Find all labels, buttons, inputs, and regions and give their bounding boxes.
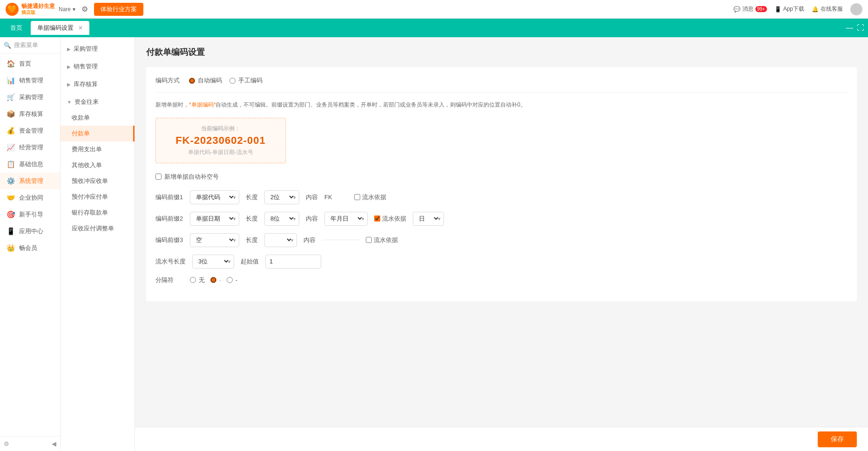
download-icon: 📱 — [774, 6, 781, 13]
prefix2-length-select-wrapper[interactable]: 8位 6位 7位 — [264, 212, 299, 226]
sidebar-item-finance[interactable]: 💰 资金管理 — [0, 122, 60, 139]
sidebar-item-operations[interactable]: 📈 经营管理 — [0, 139, 60, 156]
sidebar-search-label: 搜索菜单 — [14, 41, 38, 49]
prefix1-label: 编码前缀1 — [155, 193, 183, 202]
prefix1-select[interactable]: 单据代码 部门 业务员 空 — [194, 193, 235, 201]
prefix1-length-select[interactable]: 2位 3位 4位 — [269, 193, 295, 201]
prefix1-length-select-wrapper[interactable]: 2位 3位 4位 — [264, 190, 299, 204]
day-select[interactable]: 日 月 年 — [417, 215, 440, 222]
newbie-icon: 🎯 — [7, 210, 15, 219]
sidebar-item-apps-label: 应用中心 — [19, 227, 43, 236]
prefix1-length-label: 长度 — [246, 193, 258, 202]
sub-item-advance-payable[interactable]: 预付冲应付单 — [61, 189, 135, 205]
prefix2-length-select[interactable]: 8位 6位 7位 — [269, 215, 295, 222]
manual-encode-radio[interactable] — [229, 78, 236, 84]
sidebar-item-newbie[interactable]: 🎯 新手引导 — [0, 206, 60, 223]
topbar-left: 🧡 畅捷通好生意 插店版 Nare ▾ ⚙ 体验行业方案 — [6, 3, 143, 16]
sidebar-item-inventory[interactable]: 📦 库存核算 — [0, 106, 60, 122]
sub-group-purchase-header[interactable]: ▶ 采购管理 — [61, 41, 135, 57]
sidebar-item-apps[interactable]: 📱 应用中心 — [0, 223, 60, 240]
prefix3-stream-checkbox[interactable] — [366, 237, 372, 243]
settings-icon[interactable]: ⚙ — [4, 440, 9, 447]
online-service-item[interactable]: 🔔 在线客服 — [812, 5, 843, 13]
prefix1-stream-checkbox[interactable] — [354, 194, 360, 200]
sidebar-bottom: ⚙ ◀ — [0, 436, 60, 451]
prefix1-stream-checkbox-label[interactable]: 流水依据 — [354, 193, 386, 202]
prefix3-label: 编码前缀3 — [155, 236, 183, 244]
tabbar: 首页 单据编码设置 ✕ — ⛶ — [0, 19, 868, 37]
save-button[interactable]: 保存 — [818, 431, 857, 447]
sub-item-payment[interactable]: 付款单 — [61, 126, 135, 141]
topbar-controls: Nare ▾ ⚙ 体验行业方案 — [59, 3, 143, 16]
tab-serial-settings[interactable]: 单据编码设置 ✕ — [31, 21, 89, 35]
tabbar-minimize-icon[interactable]: — — [846, 24, 853, 32]
basic-icon: 📋 — [7, 160, 15, 168]
prefix2-content-select-wrapper[interactable]: 年月日 年月 年 — [324, 212, 368, 226]
sep-dot-option[interactable]: · — [210, 276, 221, 283]
auto-encode-radio[interactable] — [189, 78, 195, 84]
day-select-wrapper[interactable]: 日 月 年 — [413, 212, 444, 226]
tabbar-expand-icon[interactable]: ⛶ — [857, 24, 864, 32]
sidebar-item-company-label: 企业协同 — [19, 194, 43, 202]
home-icon: 🏠 — [7, 60, 15, 68]
prefix2-stream-checkbox[interactable] — [374, 215, 380, 222]
prefix3-stream-checkbox-label[interactable]: 流水依据 — [366, 236, 398, 244]
sidebar-item-member[interactable]: 👑 畅会员 — [0, 240, 60, 256]
sep-none-radio[interactable] — [190, 277, 196, 283]
sub-item-bank-deposit[interactable]: 银行存取款单 — [61, 205, 135, 221]
prefix3-select[interactable]: 空 单据代码 部门 业务员 — [194, 236, 235, 244]
prefix2-select[interactable]: 单据日期 部门 业务员 空 — [194, 215, 235, 222]
sub-item-advance-receivable[interactable]: 预收冲应收单 — [61, 173, 135, 189]
sidebar-item-company[interactable]: 🤝 企业协同 — [0, 189, 60, 206]
sep-none-option[interactable]: 无 — [190, 276, 205, 284]
sidebar-item-system[interactable]: ⚙️ 系统管理 — [0, 173, 60, 189]
prefix2-select-wrapper[interactable]: 单据日期 部门 业务员 空 — [190, 212, 239, 226]
separator-row: 分隔符 无 · - — [155, 276, 848, 284]
sep-hyphen-radio[interactable] — [227, 277, 233, 283]
message-item[interactable]: 💬 消息 99+ — [733, 5, 767, 13]
prefix2-stream-label: 流水依据 — [382, 215, 406, 223]
sub-group-sales-header[interactable]: ▶ 销售管理 — [61, 59, 135, 74]
sub-item-other-income[interactable]: 其他收入单 — [61, 157, 135, 173]
arrow-right-icon3: ▶ — [67, 82, 71, 87]
prefix3-length-select[interactable] — [269, 236, 293, 244]
auto-fill-checkbox[interactable] — [155, 174, 161, 180]
sub-group-inventory-header[interactable]: ▶ 库存核算 — [61, 76, 135, 92]
app-download-item[interactable]: 📱 App下载 — [774, 5, 804, 13]
separator-label: 分隔符 — [155, 276, 183, 284]
prefix2-stream-checkbox-label[interactable]: 流水依据 — [374, 215, 406, 223]
gear-icon[interactable]: ⚙ — [79, 4, 90, 15]
prefix2-content-select[interactable]: 年月日 年月 年 — [329, 215, 363, 222]
sub-group-capital-header[interactable]: ▼ 资金往来 — [61, 94, 135, 110]
manual-encode-option[interactable]: 手工编码 — [229, 76, 262, 85]
collapse-icon[interactable]: ◀ — [52, 440, 56, 447]
sep-hyphen-option[interactable]: - — [227, 276, 237, 283]
sidebar-item-purchase[interactable]: 🛒 采购管理 — [0, 89, 60, 106]
sub-item-payable-adjust[interactable]: 应收应付调整单 — [61, 221, 135, 236]
topbar-dropdown[interactable]: Nare ▾ — [59, 6, 75, 13]
serial-length-select[interactable]: 3位 4位 5位 6位 — [196, 257, 230, 265]
sidebar-item-home[interactable]: 🏠 首页 — [0, 55, 60, 72]
experience-button[interactable]: 体验行业方案 — [94, 3, 143, 16]
serial-length-label: 流水号长度 — [155, 257, 186, 266]
sub-item-receipt[interactable]: 收款单 — [61, 110, 135, 126]
prefix3-length-select-wrapper[interactable] — [264, 233, 297, 247]
prefix3-select-wrapper[interactable]: 空 单据代码 部门 业务员 — [190, 233, 239, 247]
topbar: 🧡 畅捷通好生意 插店版 Nare ▾ ⚙ 体验行业方案 💬 消息 99+ 📱 … — [0, 0, 868, 19]
serial-length-select-wrapper[interactable]: 3位 4位 5位 6位 — [192, 255, 234, 269]
avatar[interactable] — [850, 3, 862, 15]
auto-encode-option[interactable]: 自动编码 — [189, 76, 222, 85]
sales-icon: 📊 — [7, 76, 15, 85]
prefix1-select-wrapper[interactable]: 单据代码 部门 业务员 空 — [190, 190, 239, 204]
sub-sidebar: ▶ 采购管理 ▶ 销售管理 ▶ 库存核算 ▼ 资金往来 — [61, 37, 135, 451]
sidebar-item-sales[interactable]: 📊 销售管理 — [0, 72, 60, 89]
service-icon: 🔔 — [812, 6, 819, 13]
sub-item-expense[interactable]: 费用支出单 — [61, 141, 135, 157]
sep-dot-radio[interactable] — [210, 277, 216, 283]
tab-close-icon[interactable]: ✕ — [78, 25, 83, 31]
start-value-input[interactable] — [265, 255, 321, 269]
start-value-label: 起始值 — [241, 257, 259, 266]
tab-home[interactable]: 首页 — [4, 21, 29, 35]
sidebar-search[interactable]: 🔍 搜索菜单 — [0, 37, 60, 54]
sidebar-item-basic[interactable]: 📋 基础信息 — [0, 156, 60, 173]
